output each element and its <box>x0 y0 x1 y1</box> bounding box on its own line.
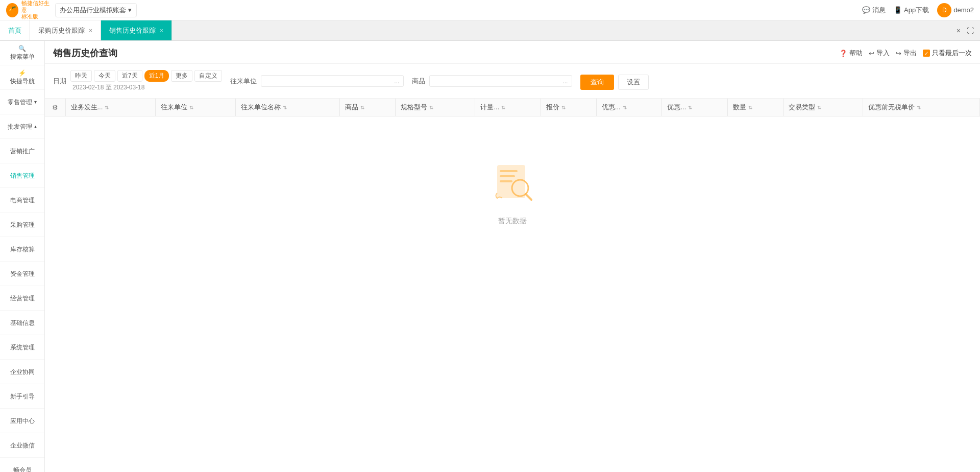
chevron-down-icon: ▾ <box>128 6 132 14</box>
sidebar-item-wholesale[interactable]: 批发管理 ▴ <box>0 114 44 139</box>
close-window-icon[interactable]: × <box>957 27 961 35</box>
date-btn-1month[interactable]: 近1月 <box>144 70 169 82</box>
svg-line-5 <box>526 194 531 200</box>
date-btn-today[interactable]: 今天 <box>94 70 115 82</box>
export-link[interactable]: ↪ 导出 <box>896 49 917 58</box>
col-partner-code[interactable]: 往来单位 ⇅ <box>156 99 236 116</box>
col-unit[interactable]: 计量... ⇅ <box>475 99 541 116</box>
sidebar-item-appstore[interactable]: 应用中心 <box>0 409 44 433</box>
sidebar-item-inventory[interactable]: 库存核算 <box>0 237 44 262</box>
col-discount1[interactable]: 优惠... ⇅ <box>596 99 662 116</box>
col-trade-type[interactable]: 交易类型 ⇅ <box>783 99 863 116</box>
sidebar-item-sales[interactable]: 销售管理 <box>0 163 44 188</box>
product-label: 商品 <box>412 77 425 86</box>
company-selector[interactable]: 办公用品行业模拟账套 ▾ <box>55 3 137 17</box>
empty-state-row: 暂无数据 <box>45 116 980 267</box>
page-actions: ❓ 帮助 ↩ 导入 ↪ 导出 ✓ 只看最后一次 <box>839 49 972 58</box>
date-btn-yesterday[interactable]: 昨天 <box>70 70 92 82</box>
date-btn-custom[interactable]: 自定义 <box>194 70 222 82</box>
fullscreen-icon[interactable]: ⛶ <box>967 27 974 35</box>
close-tab-sales-icon[interactable]: × <box>160 27 163 34</box>
tab-sales-history[interactable]: 销售历史价跟踪 × <box>101 20 172 40</box>
settings-button[interactable]: 设置 <box>618 75 649 90</box>
logo-area: 🍊 畅捷信好生意 标准版 <box>6 0 51 20</box>
sidebar-item-enterprise[interactable]: 企业协同 <box>0 360 44 384</box>
help-icon: ❓ <box>839 50 847 57</box>
sort-icon: ⇅ <box>623 105 627 110</box>
tab-home[interactable]: 首页 <box>0 20 30 40</box>
partner-filter-group: 往来单位 ... <box>230 75 404 87</box>
sidebar-item-search[interactable]: 🔍 搜索菜单 <box>0 41 44 65</box>
sidebar-item-retail[interactable]: 零售管理 ▾ <box>0 90 44 114</box>
partner-input[interactable]: ... <box>261 75 404 87</box>
logo-text: 畅捷信好生意 标准版 <box>21 0 51 20</box>
sidebar-item-marketing[interactable]: 营销推广 <box>0 139 44 163</box>
svg-rect-1 <box>500 170 518 172</box>
only-last-checkbox[interactable]: ✓ 只看最后一次 <box>923 49 972 58</box>
date-filter-group: 日期 昨天 今天 近7天 近1月 更多 自定义 2023-02-18 至 202… <box>53 70 222 92</box>
date-range-text: 2023-02-18 至 2023-03-18 <box>72 83 222 92</box>
action-buttons: 查询 设置 <box>580 73 649 90</box>
col-spec[interactable]: 规格型号 ⇅ <box>395 99 475 116</box>
data-table: ⚙ 业务发生... ⇅ 往来单位 <box>45 99 980 267</box>
sidebar-item-guide[interactable]: 新手引导 <box>0 384 44 409</box>
tab-bar-right: × ⛶ <box>950 20 980 40</box>
sort-icon: ⇅ <box>748 105 752 110</box>
svg-rect-3 <box>500 180 512 182</box>
sort-icon: ⇅ <box>283 105 287 110</box>
sort-icon: ⇅ <box>429 105 433 110</box>
help-link[interactable]: ❓ 帮助 <box>839 49 863 58</box>
product-input[interactable]: ... <box>429 75 572 87</box>
app-download-button[interactable]: 📱 App下载 <box>894 6 929 15</box>
col-pretax-price[interactable]: 优惠前无税单价 ⇅ <box>863 99 980 116</box>
sidebar-item-member[interactable]: 畅会员 <box>0 458 44 472</box>
sidebar-item-basic[interactable]: 基础信息 <box>0 311 44 335</box>
top-right-area: 💬 消息 📱 App下载 D demo2 <box>862 3 974 17</box>
export-icon: ↪ <box>896 50 901 57</box>
logo-icon: 🍊 <box>6 3 18 17</box>
col-discount2[interactable]: 优惠... ⇅ <box>662 99 728 116</box>
message-button[interactable]: 💬 消息 <box>862 6 886 15</box>
sidebar-item-operations[interactable]: 经营管理 <box>0 286 44 311</box>
empty-text: 暂无数据 <box>498 217 527 226</box>
product-filter-group: 商品 ... <box>412 75 572 87</box>
user-menu[interactable]: D demo2 <box>937 3 974 17</box>
date-btn-7days[interactable]: 近7天 <box>117 70 142 82</box>
col-product[interactable]: 商品 ⇅ <box>340 99 396 116</box>
empty-state: 暂无数据 <box>45 116 980 267</box>
product-picker-icon[interactable]: ... <box>562 78 568 85</box>
sidebar-item-finance[interactable]: 资金管理 <box>0 262 44 286</box>
sort-icon: ⇅ <box>917 105 921 110</box>
svg-rect-2 <box>500 175 515 177</box>
avatar: D <box>937 3 951 17</box>
date-btn-more[interactable]: 更多 <box>171 70 192 82</box>
main-layout: 🔍 搜索菜单 ⚡ 快捷导航 零售管理 ▾ 批发管理 ▴ 营销推广 销售管理 电商… <box>0 41 980 472</box>
tab-purchase-history[interactable]: 采购历史价跟踪 × <box>30 20 101 40</box>
sidebar-item-wechat[interactable]: 企业微信 <box>0 433 44 458</box>
date-label: 日期 <box>53 77 66 86</box>
import-icon: ↩ <box>869 50 874 57</box>
import-link[interactable]: ↩ 导入 <box>869 49 890 58</box>
sort-icon: ⇅ <box>360 105 364 110</box>
col-price[interactable]: 报价 ⇅ <box>541 99 597 116</box>
sort-icon: ⇅ <box>189 105 193 110</box>
table-wrapper[interactable]: ⚙ 业务发生... ⇅ 往来单位 <box>45 99 980 472</box>
close-tab-purchase-icon[interactable]: × <box>89 27 92 34</box>
page-header: 销售历史价查询 ❓ 帮助 ↩ 导入 ↪ 导出 ✓ <box>45 41 980 64</box>
sort-icon: ⇅ <box>561 105 566 110</box>
date-buttons: 昨天 今天 近7天 近1月 更多 自定义 <box>70 70 222 82</box>
query-button[interactable]: 查询 <box>580 75 614 90</box>
col-quantity[interactable]: 数量 ⇅ <box>728 99 783 116</box>
col-settings[interactable]: ⚙ <box>45 99 65 116</box>
sort-icon: ⇅ <box>105 105 109 110</box>
table-header-row: ⚙ 业务发生... ⇅ 往来单位 <box>45 99 980 116</box>
sidebar-item-system[interactable]: 系统管理 <box>0 335 44 360</box>
col-biz-date[interactable]: 业务发生... ⇅ <box>65 99 156 116</box>
col-partner-name[interactable]: 往来单位名称 ⇅ <box>235 99 340 116</box>
sidebar-item-ecommerce[interactable]: 电商管理 <box>0 188 44 213</box>
chevron-up-icon: ▴ <box>34 124 37 129</box>
message-icon: 💬 <box>862 6 870 14</box>
sidebar-item-shortcut[interactable]: ⚡ 快捷导航 <box>0 65 44 90</box>
sidebar-item-purchase[interactable]: 采购管理 <box>0 213 44 237</box>
partner-picker-icon[interactable]: ... <box>394 78 399 85</box>
